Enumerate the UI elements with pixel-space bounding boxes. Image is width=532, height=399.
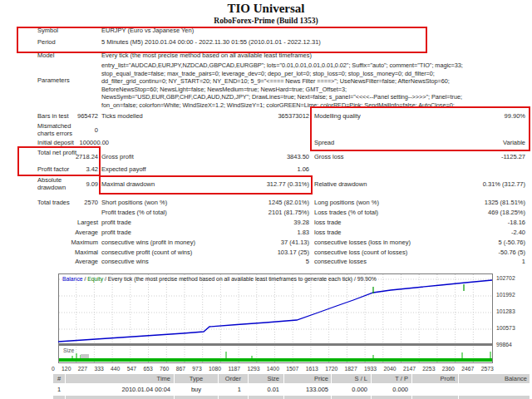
symbol-value: EURJPY (Euro vs Japanese Yen) bbox=[101, 27, 530, 35]
stat-value: 0 bbox=[37, 127, 98, 135]
trade-time: 2010.01.04 00:04 bbox=[66, 384, 174, 395]
y-axis-label: 99864 bbox=[496, 342, 530, 347]
y-axis-label: 101283 bbox=[496, 308, 530, 314]
balance-chart-canvas bbox=[58, 273, 493, 363]
x-axis-label: 1720 bbox=[325, 366, 337, 372]
stat-label: Average bbox=[37, 259, 98, 266]
stat-label: Largest bbox=[37, 219, 98, 227]
stats-row-bars: Bars in test 965472 Ticks modelled 36537… bbox=[0, 113, 532, 121]
chart-legend: Balance / Equity / Every tick (the most … bbox=[62, 276, 377, 282]
stat-value: 1.83 bbox=[101, 229, 309, 237]
stat-value: 1.06 bbox=[101, 166, 309, 174]
size-gray-bars bbox=[81, 354, 89, 358]
strategy-tester-report: TIO Universal RoboForex-Prime (Build 135… bbox=[0, 0, 532, 399]
stat-value: 5 (-50.76) bbox=[314, 239, 525, 247]
stats-row-mismatched: Mismatched charts errors 0 bbox=[0, 123, 532, 140]
y-axis-labels: 10270210199210128310057399864 bbox=[496, 275, 530, 347]
trade-type: buy bbox=[175, 384, 218, 395]
model-row: Model Every tick (the most precise metho… bbox=[0, 52, 532, 61]
col-type-header: Type bbox=[175, 374, 218, 383]
x-axis-label: 1187 bbox=[228, 366, 240, 372]
trade-size: 0.01 bbox=[249, 384, 283, 395]
x-axis-label: 867 bbox=[176, 366, 185, 372]
stat-value: 99.90% bbox=[314, 113, 525, 121]
parameters-label: Parameters bbox=[37, 77, 97, 85]
period-label: Period bbox=[37, 39, 97, 47]
stat-value: 37 (41.13) bbox=[101, 239, 309, 247]
x-axis-label: 1827 bbox=[345, 366, 357, 372]
stat-value: -2.40 bbox=[314, 229, 525, 237]
x-axis-label: 440 bbox=[111, 366, 120, 372]
stats-row-profittrades: Profit trades (% of total) 2101 (81.75%)… bbox=[0, 209, 532, 218]
x-axis-label: 1400 bbox=[267, 366, 279, 372]
x-axis-label: 1080 bbox=[209, 366, 221, 372]
col-sl-header: S / L bbox=[332, 374, 371, 383]
col-order-header: Order bbox=[219, 374, 248, 383]
stat-value: 312.77 (0.31%) bbox=[101, 181, 309, 189]
x-axis-label: 2360 bbox=[442, 366, 455, 372]
col-balance-header: Balance bbox=[459, 374, 530, 383]
stat-label: Maximal bbox=[37, 249, 98, 257]
stat-value: 3.42 bbox=[37, 166, 98, 174]
stats-row-maximum: Maximum consecutive wins (profit in mone… bbox=[0, 239, 532, 248]
stat-value: 103.17 (25) bbox=[101, 249, 309, 257]
report-title: TIO Universal bbox=[0, 2, 532, 16]
y-axis-label: 100573 bbox=[496, 325, 530, 331]
col-time-header: Time bbox=[66, 374, 174, 383]
stats-row-avg-consecutive: Average consecutive wins 5 consecutive l… bbox=[0, 259, 532, 267]
stat-value: 1 bbox=[314, 259, 525, 266]
stat-value: -1125.27 bbox=[314, 154, 525, 161]
x-axis-label: 2467 bbox=[461, 366, 474, 372]
x-axis-label: 547 bbox=[127, 366, 136, 372]
stat-value: 469 (18.25%) bbox=[314, 209, 525, 217]
legend-equity: Equity bbox=[87, 276, 103, 282]
stat-value: 5 bbox=[101, 259, 309, 266]
legend-balance: Balance bbox=[62, 276, 83, 282]
report-subtitle: RoboForex-Prime (Build 1353) bbox=[0, 17, 532, 25]
stat-value: 1325 (81.51%) bbox=[314, 200, 525, 207]
trade-row-partial bbox=[53, 396, 530, 399]
col-tp-header: T / P bbox=[372, 374, 411, 383]
x-axis-label: 1293 bbox=[247, 366, 259, 372]
legend-description: / Every tick (the most precise method ba… bbox=[103, 276, 377, 282]
col-profit-header: Profit bbox=[412, 374, 458, 383]
x-axis-label: 120 bbox=[62, 366, 71, 372]
stats-row-deposit: Initial deposit 100000.00 Spread Variabl… bbox=[0, 140, 532, 148]
period-value: 5 Minutes (M5) 2010.01.04 00:00 - 2022.1… bbox=[101, 39, 530, 47]
x-axis-label: 1933 bbox=[364, 366, 377, 372]
stat-value: 3843.50 bbox=[101, 154, 309, 161]
stat-value: Variable bbox=[314, 140, 525, 147]
stats-row-average: Average profit trade 1.83 loss trade -2.… bbox=[0, 229, 532, 238]
x-axis-label: 2253 bbox=[422, 366, 435, 372]
period-row: Period 5 Minutes (M5) 2010.01.04 00:00 -… bbox=[0, 39, 532, 47]
stats-row-totaltrades: Total trades 2570 Short positions (won %… bbox=[0, 200, 532, 208]
trade-balance bbox=[459, 384, 530, 395]
y-axis-label: 102702 bbox=[496, 275, 530, 281]
x-axis-labels: 0120227333440547653760867973108011871293… bbox=[52, 366, 494, 372]
stat-value: 2570 bbox=[37, 200, 98, 207]
stat-value: -50.76 (5) bbox=[314, 249, 525, 257]
stats-row-netprofit: Total net profit 2718.24 Gross profit 38… bbox=[0, 150, 532, 167]
balance-chart: Balance / Equity / Every tick (the most … bbox=[58, 273, 493, 363]
y-axis-label: 101992 bbox=[496, 292, 530, 298]
trade-profit bbox=[412, 384, 458, 395]
col-size-header: Size bbox=[249, 374, 283, 383]
x-axis-label: 2573 bbox=[481, 366, 494, 372]
stats-row-drawdown: Absolute drawdown 9.09 Maximal drawdown … bbox=[0, 177, 532, 195]
size-bars-strip bbox=[59, 358, 492, 362]
x-axis-label: 1507 bbox=[286, 366, 298, 372]
size-subchart-label: Size bbox=[63, 347, 74, 353]
symbol-label: Symbol bbox=[37, 27, 97, 35]
symbol-row: Symbol EURJPY (Euro vs Japanese Yen) bbox=[0, 27, 532, 36]
trade-sl: 0.000 bbox=[332, 384, 371, 395]
trade-order: 1 bbox=[219, 384, 248, 395]
trade-price: 133.005 bbox=[284, 384, 331, 395]
trade-row: 1 2010.01.04 00:04 buy 1 0.01 133.005 0.… bbox=[53, 384, 530, 395]
x-axis-label: 973 bbox=[192, 366, 201, 372]
stats-row-largest: Largest profit trade 39.28 loss trade -1… bbox=[0, 219, 532, 228]
stat-value: 1245 (82.01%) bbox=[101, 200, 309, 207]
col-price-header: Price bbox=[284, 374, 331, 383]
stat-value: 2718.24 bbox=[37, 154, 98, 161]
stat-label: Maximum bbox=[37, 239, 98, 247]
trades-header-row: # Time Type Order Size Price S / L T / P… bbox=[53, 374, 530, 383]
